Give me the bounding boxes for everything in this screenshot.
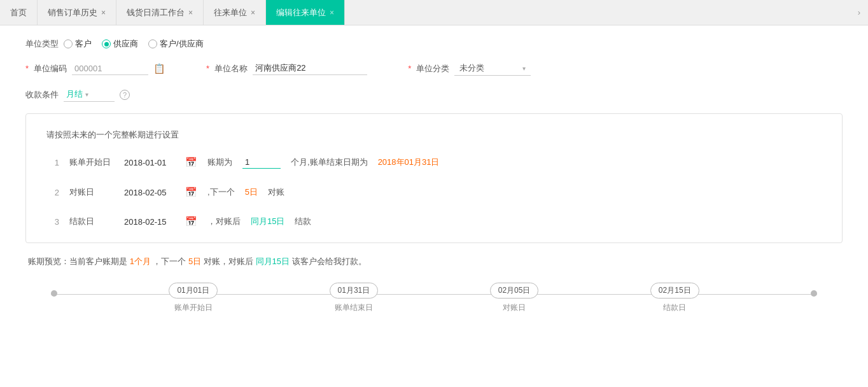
unit-code-input[interactable] — [72, 62, 148, 75]
timeline-end-circle — [811, 290, 817, 297]
setting-row-1: 1 账单开始日 2018-01-01 📅 账期为 个月,账单结束日期为 2018… — [46, 156, 822, 169]
setting-label-2: 对账日 — [69, 186, 114, 198]
setting-desc-3-prefix: ，对账后 — [207, 216, 241, 227]
setting-highlight-1: 2018年01月31日 — [378, 157, 440, 168]
payment-label: 收款条件 — [25, 89, 59, 101]
radio-both[interactable]: 客户/供应商 — [148, 38, 204, 50]
setting-num-3: 3 — [46, 217, 59, 227]
setting-desc-1-suffix: 个月,账单结束日期为 — [291, 157, 368, 168]
radio-both-circle — [148, 39, 157, 48]
date-3-calendar-icon[interactable]: 📅 — [185, 216, 197, 227]
unit-code-star: * — [25, 64, 29, 73]
timeline-nodes: 01月01日 账单开始日 01月31日 账单结束日 02月05日 对账日 02月… — [51, 283, 817, 313]
card-instruction: 请按照未来的一个完整帐期进行设置 — [46, 129, 822, 141]
unit-code-group: * 单位编码 📋 — [25, 62, 165, 75]
setting-row-3: 3 结款日 2018-02-15 📅 ，对账后 同月15日 结款 — [46, 216, 822, 227]
radio-supplier[interactable]: 供应商 — [102, 38, 138, 50]
timeline-point-2: 01月31日 账单结束日 — [330, 283, 379, 313]
timeline-badge-1: 01月01日 — [169, 283, 218, 299]
timeline-caption-2: 账单结束日 — [335, 302, 373, 313]
timeline-point-1: 01月01日 账单开始日 — [169, 283, 218, 313]
radio-group: 客户 供应商 客户/供应商 — [64, 38, 204, 50]
payment-value: 月结 — [66, 88, 83, 100]
timeline-caption-1: 账单开始日 — [174, 302, 213, 313]
radio-customer[interactable]: 客户 — [64, 38, 92, 50]
timeline-point-4: 02月15日 结款日 — [650, 283, 699, 313]
tab-edit-partner[interactable]: 编辑往来单位 × — [266, 0, 345, 25]
unit-type-group: 单位类型 客户 供应商 客户/供应商 — [25, 38, 204, 50]
tab-sales-order-close[interactable]: × — [101, 8, 106, 17]
tab-cash-work[interactable]: 钱货日清工作台 × — [116, 0, 204, 25]
preview-mid1: ，下一个 — [153, 257, 186, 266]
tab-cash-work-close[interactable]: × — [188, 8, 193, 17]
payment-row: 收款条件 月结 ▾ ? — [25, 87, 843, 102]
payment-chevron-icon: ▾ — [85, 91, 88, 98]
preview-highlight1: 1个月 — [130, 257, 151, 266]
timeline: 01月01日 账单开始日 01月31日 账单结束日 02月05日 对账日 02月… — [25, 283, 843, 313]
unit-code-calendar-icon[interactable]: 📋 — [153, 63, 165, 74]
radio-customer-circle — [64, 39, 73, 48]
tab-edit-partner-close[interactable]: × — [330, 8, 334, 17]
setting-highlight-3: 同月15日 — [251, 216, 284, 227]
setting-label-3: 结款日 — [69, 216, 114, 227]
timeline-caption-3: 对账日 — [503, 302, 526, 313]
timeline-caption-4: 结款日 — [663, 302, 686, 313]
setting-desc-1-prefix: 账期为 — [207, 157, 232, 168]
radio-customer-label: 客户 — [75, 38, 92, 50]
setting-highlight-2: 5日 — [245, 186, 258, 198]
tab-partner-label: 往来单位 — [214, 7, 247, 18]
period-input[interactable] — [242, 156, 281, 169]
unit-classify-value: 未分类 — [459, 62, 520, 74]
date-2-calendar-icon[interactable]: 📅 — [185, 186, 197, 198]
tab-home-label: 首页 — [10, 7, 27, 18]
timeline-badge-2: 01月31日 — [330, 283, 379, 299]
payment-group: 收款条件 月结 ▾ ? — [25, 87, 130, 102]
timeline-start-circle — [51, 290, 57, 297]
timeline-point-3: 02月05日 对账日 — [490, 283, 539, 313]
preview-highlight3: 同月15日 — [256, 257, 290, 266]
payment-help-icon[interactable]: ? — [120, 90, 130, 100]
setting-num-2: 2 — [46, 188, 59, 197]
unit-classify-label: 单位分类 — [416, 63, 449, 74]
tab-bar: 首页 销售订单历史 × 钱货日清工作台 × 往来单位 × 编辑往来单位 × › — [0, 0, 868, 25]
unit-code-label: 单位编码 — [34, 63, 67, 74]
radio-supplier-circle — [102, 39, 111, 48]
preview-prefix: 账期预览：当前客户账期是 — [28, 257, 127, 266]
tab-home[interactable]: 首页 — [0, 0, 38, 25]
unit-type-row: 单位类型 客户 供应商 客户/供应商 — [25, 38, 843, 50]
tab-sales-order-label: 销售订单历史 — [48, 7, 97, 18]
tab-overflow-arrow[interactable]: › — [850, 0, 868, 25]
radio-supplier-label: 供应商 — [113, 38, 138, 50]
unit-name-star: * — [206, 64, 209, 73]
setting-date-1: 2018-01-01 — [124, 158, 175, 167]
unit-name-label: 单位名称 — [214, 63, 248, 74]
unit-info-row: * 单位编码 📋 * 单位名称 * 单位分类 未分类 ▾ — [25, 61, 843, 76]
payment-select[interactable]: 月结 ▾ — [64, 87, 115, 102]
preview-section: 账期预览：当前客户账期是 1个月 ，下一个 5日 对账，对账后 同月15日 该客… — [25, 256, 843, 267]
setting-label-1: 账单开始日 — [69, 157, 114, 168]
timeline-badge-4: 02月15日 — [650, 283, 699, 299]
timeline-badge-3: 02月05日 — [490, 283, 539, 299]
classify-chevron-icon: ▾ — [522, 65, 526, 72]
unit-type-label: 单位类型 — [25, 38, 59, 50]
unit-name-input[interactable] — [253, 62, 367, 75]
tab-partner[interactable]: 往来单位 × — [204, 0, 266, 25]
tab-sales-order[interactable]: 销售订单历史 × — [38, 0, 116, 25]
radio-both-label: 客户/供应商 — [160, 38, 204, 50]
card-section: 请按照未来的一个完整帐期进行设置 1 账单开始日 2018-01-01 📅 账期… — [25, 113, 843, 243]
setting-desc-3-suffix: 结款 — [295, 216, 311, 227]
unit-name-group: * 单位名称 — [206, 62, 367, 75]
setting-num-1: 1 — [46, 158, 59, 167]
timeline-start-dot — [51, 290, 57, 297]
date-1-calendar-icon[interactable]: 📅 — [185, 157, 197, 168]
timeline-end-dot — [811, 290, 817, 297]
setting-desc-2-prefix: ,下一个 — [207, 186, 235, 198]
unit-classify-select[interactable]: 未分类 ▾ — [454, 61, 531, 76]
setting-row-2: 2 对账日 2018-02-05 📅 ,下一个 5日 对账 — [46, 186, 822, 198]
tab-partner-close[interactable]: × — [251, 8, 255, 17]
tab-edit-partner-label: 编辑往来单位 — [276, 7, 326, 18]
tab-cash-work-label: 钱货日清工作台 — [127, 7, 185, 18]
setting-date-2: 2018-02-05 — [124, 188, 175, 197]
preview-suffix: 该客户会给我打款。 — [292, 257, 367, 266]
setting-desc-2-suffix: 对账 — [268, 186, 284, 198]
